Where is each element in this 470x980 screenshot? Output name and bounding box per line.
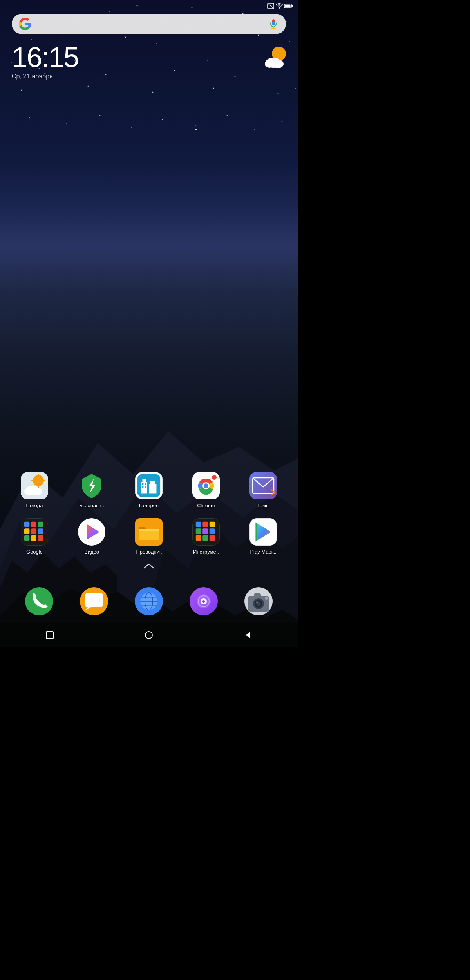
svg-rect-74 bbox=[145, 486, 146, 488]
svg-rect-69 bbox=[149, 484, 156, 493]
nav-home-button[interactable] bbox=[143, 629, 155, 641]
app-weather-label: Погода bbox=[26, 503, 43, 508]
app-tools[interactable]: Инструме.. bbox=[183, 518, 230, 555]
svg-rect-115 bbox=[46, 632, 53, 639]
app-files-label: Проводник bbox=[136, 549, 161, 555]
svg-rect-72 bbox=[145, 483, 146, 485]
svg-rect-80 bbox=[31, 522, 36, 527]
svg-point-30 bbox=[56, 96, 57, 96]
svg-point-18 bbox=[258, 35, 259, 36]
svg-rect-79 bbox=[24, 522, 30, 527]
signal-icon bbox=[267, 3, 274, 9]
microphone-icon[interactable] bbox=[268, 18, 279, 29]
svg-rect-70 bbox=[150, 481, 155, 484]
svg-point-29 bbox=[21, 90, 22, 91]
svg-point-31 bbox=[88, 86, 89, 87]
weather-widget[interactable] bbox=[262, 45, 288, 71]
svg-point-27 bbox=[235, 76, 236, 77]
wifi-icon bbox=[276, 3, 283, 9]
svg-point-37 bbox=[278, 93, 279, 94]
svg-point-114 bbox=[265, 597, 268, 600]
dock bbox=[0, 587, 298, 615]
app-row-1: Погода Безопасн.. bbox=[6, 472, 292, 508]
app-grid: Погода Безопасн.. bbox=[0, 472, 298, 564]
svg-point-44 bbox=[195, 125, 196, 126]
app-chrome[interactable]: Chrome bbox=[183, 472, 230, 508]
svg-rect-83 bbox=[31, 528, 36, 534]
app-gallery[interactable]: Галерея bbox=[125, 472, 172, 508]
svg-line-50 bbox=[268, 4, 273, 8]
svg-point-23 bbox=[105, 74, 107, 75]
svg-point-48 bbox=[195, 129, 197, 130]
dock-music[interactable] bbox=[190, 587, 218, 615]
svg-point-39 bbox=[29, 117, 30, 118]
app-google-folder[interactable]: Google bbox=[11, 518, 58, 555]
svg-point-33 bbox=[152, 92, 154, 93]
svg-point-38 bbox=[295, 88, 296, 89]
svg-point-46 bbox=[254, 129, 255, 130]
svg-rect-71 bbox=[142, 483, 144, 485]
app-playmarket[interactable]: Play Марк.. bbox=[240, 518, 287, 555]
svg-rect-84 bbox=[38, 528, 43, 534]
svg-rect-86 bbox=[31, 535, 36, 541]
dock-phone[interactable] bbox=[25, 587, 53, 615]
dock-camera[interactable] bbox=[244, 587, 273, 615]
svg-rect-68 bbox=[142, 479, 146, 482]
svg-point-25 bbox=[174, 70, 175, 71]
app-chrome-label: Chrome bbox=[197, 503, 215, 508]
svg-rect-97 bbox=[210, 535, 215, 541]
search-bar[interactable] bbox=[12, 14, 286, 34]
svg-rect-96 bbox=[202, 535, 208, 541]
svg-point-116 bbox=[145, 632, 152, 639]
svg-point-45 bbox=[227, 115, 228, 116]
app-row-2: Google Видео bbox=[6, 518, 292, 555]
svg-rect-94 bbox=[210, 528, 215, 534]
svg-rect-90 bbox=[202, 522, 208, 527]
svg-point-15 bbox=[156, 43, 157, 44]
svg-rect-73 bbox=[142, 486, 144, 488]
svg-point-76 bbox=[204, 483, 208, 488]
nav-bar bbox=[0, 623, 298, 647]
svg-point-42 bbox=[131, 127, 132, 128]
app-themes-label: Темы bbox=[257, 503, 270, 508]
svg-point-36 bbox=[244, 102, 245, 102]
app-weather[interactable]: Погода bbox=[11, 472, 58, 508]
svg-point-14 bbox=[125, 37, 126, 38]
app-google-label: Google bbox=[26, 549, 43, 555]
app-themes[interactable]: Темы bbox=[240, 472, 287, 508]
nav-recents-button[interactable] bbox=[44, 629, 56, 641]
svg-point-32 bbox=[121, 100, 122, 100]
svg-rect-91 bbox=[210, 522, 215, 527]
nav-back-button[interactable] bbox=[242, 629, 254, 641]
app-video[interactable]: Видео bbox=[68, 518, 115, 555]
svg-point-34 bbox=[182, 98, 183, 98]
svg-point-11 bbox=[31, 39, 32, 40]
battery-icon bbox=[284, 3, 293, 9]
svg-point-57 bbox=[273, 60, 284, 68]
svg-rect-81 bbox=[38, 522, 43, 527]
svg-point-77 bbox=[212, 475, 217, 480]
svg-rect-53 bbox=[285, 5, 291, 7]
svg-point-24 bbox=[141, 64, 141, 65]
svg-marker-88 bbox=[87, 524, 99, 540]
svg-rect-85 bbox=[24, 535, 30, 541]
google-logo bbox=[19, 18, 31, 30]
svg-point-47 bbox=[282, 121, 283, 122]
clock-widget: 16:15 Ср, 21 ноября bbox=[12, 43, 78, 80]
svg-rect-89 bbox=[196, 522, 201, 527]
svg-rect-95 bbox=[196, 535, 201, 541]
svg-marker-117 bbox=[246, 632, 250, 638]
app-playmarket-label: Play Марк.. bbox=[250, 549, 276, 555]
dock-messages[interactable] bbox=[80, 587, 108, 615]
svg-point-112 bbox=[256, 601, 258, 603]
svg-rect-87 bbox=[38, 535, 43, 541]
svg-rect-98 bbox=[85, 593, 103, 607]
drawer-handle[interactable] bbox=[143, 563, 155, 572]
app-files[interactable]: Проводник bbox=[125, 518, 172, 555]
app-security-label: Безопасн.. bbox=[79, 503, 104, 508]
dock-browser[interactable] bbox=[135, 587, 163, 615]
clock-date: Ср, 21 ноября bbox=[12, 73, 78, 80]
svg-point-106 bbox=[202, 600, 205, 603]
app-security[interactable]: Безопасн.. bbox=[68, 472, 115, 508]
app-tools-label: Инструме.. bbox=[193, 549, 219, 555]
